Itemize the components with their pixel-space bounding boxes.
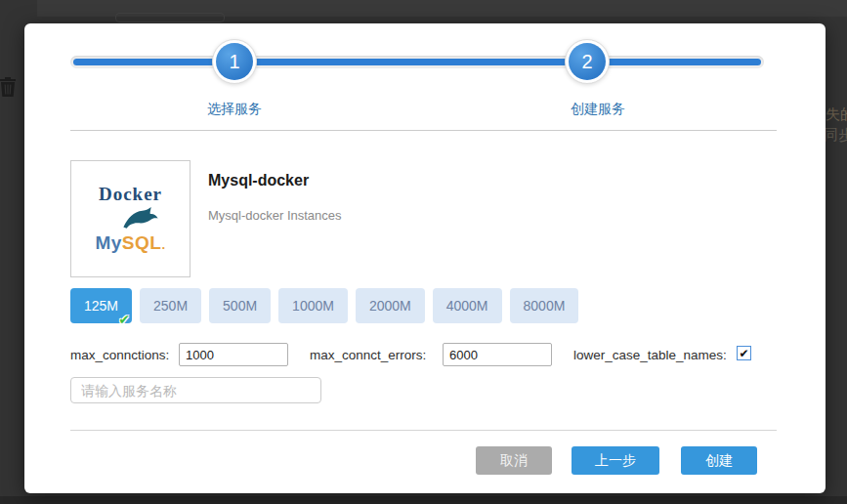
cancel-button[interactable]: 取消 (476, 446, 552, 475)
create-button[interactable]: 创建 (681, 446, 757, 475)
memory-option-label: 500M (223, 298, 257, 314)
memory-option-label: 125M (84, 298, 118, 314)
memory-option-125m[interactable]: 125M ✔ (70, 288, 132, 323)
background-bottom-strip (0, 496, 847, 504)
mysql-dolphin-icon (121, 207, 160, 232)
memory-option-2000m[interactable]: 2000M (356, 288, 425, 323)
mysql-dot: . (161, 237, 165, 252)
selected-check-icon: ✔ (118, 312, 130, 327)
trash-icon (0, 77, 17, 102)
service-name-input[interactable] (70, 377, 321, 403)
memory-option-250m[interactable]: 250M (140, 288, 201, 323)
lower-case-table-names-checkbox[interactable]: ✔ (737, 346, 751, 360)
memory-option-4000m[interactable]: 4000M (433, 288, 502, 323)
mysql-wordmark: MySQL. (95, 232, 165, 254)
memory-option-1000m[interactable]: 1000M (278, 288, 348, 323)
previous-step-button[interactable]: 上一步 (572, 446, 659, 475)
memory-option-label: 250M (153, 298, 188, 314)
memory-option-label: 2000M (369, 298, 411, 314)
header-divider (70, 130, 777, 131)
docker-wordmark: Docker (99, 184, 162, 205)
memory-options-row: 125M ✔ 250M 500M 1000M 2000M 4000M 8000M (70, 288, 578, 323)
service-title: Mysql-docker (208, 172, 309, 189)
background-text-fragment-2: 同步 (824, 126, 847, 145)
memory-option-500m[interactable]: 500M (209, 288, 271, 323)
screen: 失的 同步 1 2 选择服务 创建服务 Docker MySQL. Mysql-… (0, 0, 847, 504)
max-connect-errors-input[interactable] (443, 343, 552, 366)
footer-divider (70, 430, 777, 431)
service-logo: Docker MySQL. (70, 160, 191, 277)
background-button-outline (115, 13, 225, 22)
mysql-my-text: My (95, 232, 121, 253)
step-1-label: 选择服务 (166, 101, 303, 118)
step-2-label: 创建服务 (529, 101, 666, 118)
memory-option-label: 8000M (524, 298, 566, 314)
step-2-number: 2 (569, 43, 606, 80)
stepper-progress-bar (73, 59, 761, 65)
max-connections-label: max_connctions: (70, 348, 169, 362)
step-1-circle[interactable]: 1 (212, 39, 257, 84)
step-1-number: 1 (216, 43, 253, 80)
create-service-modal: 1 2 选择服务 创建服务 Docker MySQL. Mysql-docker… (24, 23, 826, 493)
max-connections-input[interactable] (179, 343, 288, 366)
memory-option-label: 1000M (292, 298, 334, 314)
memory-option-8000m[interactable]: 8000M (510, 288, 579, 323)
mysql-sql-text: SQL (122, 232, 162, 253)
checkbox-check-icon: ✔ (739, 347, 748, 360)
step-2-circle[interactable]: 2 (565, 39, 610, 84)
stepper-track (70, 56, 764, 68)
max-connect-errors-label: max_connct_errors: (310, 348, 426, 362)
lower-case-table-names-label: lower_case_table_names: (573, 348, 727, 362)
background-text-fragment-1: 失的 (826, 105, 847, 124)
memory-option-label: 4000M (446, 298, 488, 314)
service-subtitle: Mysql-docker Instances (208, 208, 342, 223)
